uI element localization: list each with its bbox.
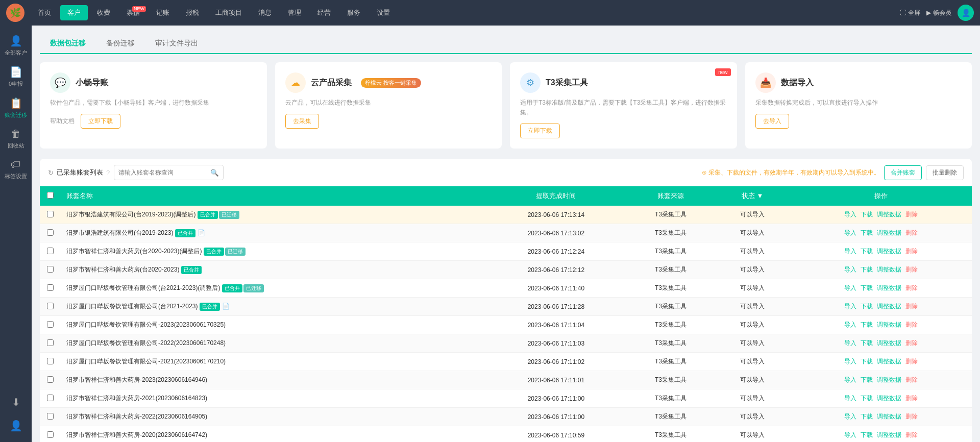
nav-customer[interactable]: 客户 (60, 5, 88, 20)
sidebar-item-account-migration[interactable]: 📋 账套迁移 (2, 93, 30, 123)
sidebar-item-user[interactable]: 👤 (2, 415, 30, 436)
merge-account-button[interactable]: 合并账套 (884, 165, 922, 180)
sidebar-item-tag-settings[interactable]: 🏷 标签设置 (2, 155, 30, 184)
download-action[interactable]: 下载 (861, 395, 873, 402)
import-action[interactable]: 导入 (844, 248, 856, 255)
row-checkbox[interactable] (47, 339, 54, 346)
import-action[interactable]: 导入 (844, 413, 856, 420)
nav-message[interactable]: 消息 (251, 5, 279, 20)
adjust-action[interactable]: 调整数据 (877, 358, 901, 365)
nav-fee[interactable]: 收费 (90, 5, 117, 20)
download-action[interactable]: 下载 (861, 431, 873, 438)
import-action[interactable]: 导入 (844, 376, 856, 383)
adjust-action[interactable]: 调整数据 (877, 211, 901, 218)
tab-data-migration[interactable]: 数据包迁移 (40, 34, 96, 54)
row-checkbox[interactable] (47, 395, 54, 401)
t3-download-btn[interactable]: 立即下载 (520, 124, 560, 138)
adjust-action[interactable]: 调整数据 (877, 303, 901, 310)
select-all-checkbox[interactable] (47, 192, 54, 199)
adjust-action[interactable]: 调整数据 (877, 284, 901, 291)
download-action[interactable]: 下载 (861, 339, 873, 347)
fullscreen-button[interactable]: ⛶ 全屏 (900, 9, 920, 17)
import-go-btn[interactable]: 去导入 (755, 114, 789, 129)
sidebar-item-zero-declare[interactable]: 📄 0申报 (2, 62, 30, 92)
xiaochang-download-btn[interactable]: 立即下载 (81, 114, 120, 129)
batch-delete-button[interactable]: 批量删除 (926, 165, 964, 180)
row-checkbox[interactable] (47, 248, 54, 254)
download-action[interactable]: 下载 (861, 376, 873, 383)
row-checkbox[interactable] (47, 266, 54, 273)
nav-service[interactable]: 服务 (340, 5, 368, 20)
delete-action[interactable]: 删除 (905, 395, 918, 402)
sidebar-item-recycle[interactable]: 🗑 回收站 (2, 124, 30, 154)
delete-action[interactable]: 删除 (905, 413, 918, 420)
import-action[interactable]: 导入 (844, 358, 856, 365)
import-action[interactable]: 导入 (844, 339, 856, 347)
row-checkbox[interactable] (47, 303, 54, 309)
download-action[interactable]: 下载 (861, 211, 873, 218)
sidebar-item-all-clients[interactable]: 👤 全部客户 (2, 31, 30, 61)
nav-settings[interactable]: 设置 (370, 5, 397, 20)
download-action[interactable]: 下载 (861, 284, 873, 291)
delete-action[interactable]: 删除 (905, 229, 918, 236)
row-checkbox[interactable] (47, 431, 54, 438)
row-checkbox[interactable] (47, 321, 54, 328)
member-button[interactable]: ▶ 畅会员 (926, 9, 951, 17)
adjust-action[interactable]: 调整数据 (877, 395, 901, 402)
import-action[interactable]: 导入 (844, 431, 856, 438)
adjust-action[interactable]: 调整数据 (877, 248, 901, 255)
import-action[interactable]: 导入 (844, 266, 856, 273)
delete-action[interactable]: 删除 (905, 358, 918, 365)
delete-action[interactable]: 删除 (905, 321, 918, 328)
xiaochang-help-link[interactable]: 帮助文档 (50, 117, 75, 126)
adjust-action[interactable]: 调整数据 (877, 413, 901, 420)
nav-business[interactable]: 工商项目 (208, 5, 249, 20)
nav-bookkeeping[interactable]: 记账 (149, 5, 177, 20)
cloud-collect-btn[interactable]: 去采集 (285, 114, 319, 129)
delete-action[interactable]: 删除 (905, 266, 918, 273)
import-action[interactable]: 导入 (844, 303, 856, 310)
row-checkbox[interactable] (47, 284, 54, 291)
adjust-action[interactable]: 调整数据 (877, 229, 901, 236)
download-action[interactable]: 下载 (861, 266, 873, 273)
delete-action[interactable]: 删除 (905, 284, 918, 291)
delete-action[interactable]: 删除 (905, 211, 918, 218)
delete-action[interactable]: 删除 (905, 431, 918, 438)
download-action[interactable]: 下载 (861, 358, 873, 365)
delete-action[interactable]: 删除 (905, 248, 918, 255)
delete-action[interactable]: 删除 (905, 376, 918, 383)
help-icon[interactable]: ? (106, 169, 110, 177)
search-button[interactable]: 🔍 (206, 165, 223, 180)
adjust-action[interactable]: 调整数据 (877, 431, 901, 438)
download-action[interactable]: 下载 (861, 413, 873, 420)
adjust-action[interactable]: 调整数据 (877, 376, 901, 383)
import-action[interactable]: 导入 (844, 395, 856, 402)
sidebar-item-download[interactable]: ⬇ (2, 392, 30, 412)
delete-action[interactable]: 删除 (905, 303, 918, 310)
nav-invoice[interactable]: 票据 NEW (119, 5, 147, 20)
nav-home[interactable]: 首页 (31, 5, 58, 20)
row-checkbox[interactable] (47, 229, 54, 236)
import-action[interactable]: 导入 (844, 284, 856, 291)
refresh-icon[interactable]: ↻ (48, 169, 54, 177)
nav-operation[interactable]: 经营 (310, 5, 338, 20)
nav-tax[interactable]: 报税 (179, 5, 206, 20)
adjust-action[interactable]: 调整数据 (877, 339, 901, 347)
tab-backup-migration[interactable]: 备份迁移 (96, 34, 145, 54)
adjust-action[interactable]: 调整数据 (877, 321, 901, 328)
import-action[interactable]: 导入 (844, 211, 856, 218)
download-action[interactable]: 下载 (861, 229, 873, 236)
import-action[interactable]: 导入 (844, 229, 856, 236)
download-action[interactable]: 下载 (861, 248, 873, 255)
download-action[interactable]: 下载 (861, 321, 873, 328)
adjust-action[interactable]: 调整数据 (877, 266, 901, 273)
import-action[interactable]: 导入 (844, 321, 856, 328)
row-checkbox[interactable] (47, 413, 54, 420)
row-checkbox[interactable] (47, 358, 54, 364)
delete-action[interactable]: 删除 (905, 339, 918, 347)
search-input[interactable] (114, 169, 206, 176)
row-checkbox[interactable] (47, 211, 54, 217)
row-checkbox[interactable] (47, 376, 54, 383)
download-action[interactable]: 下载 (861, 303, 873, 310)
user-avatar[interactable]: 👤 (958, 5, 974, 21)
